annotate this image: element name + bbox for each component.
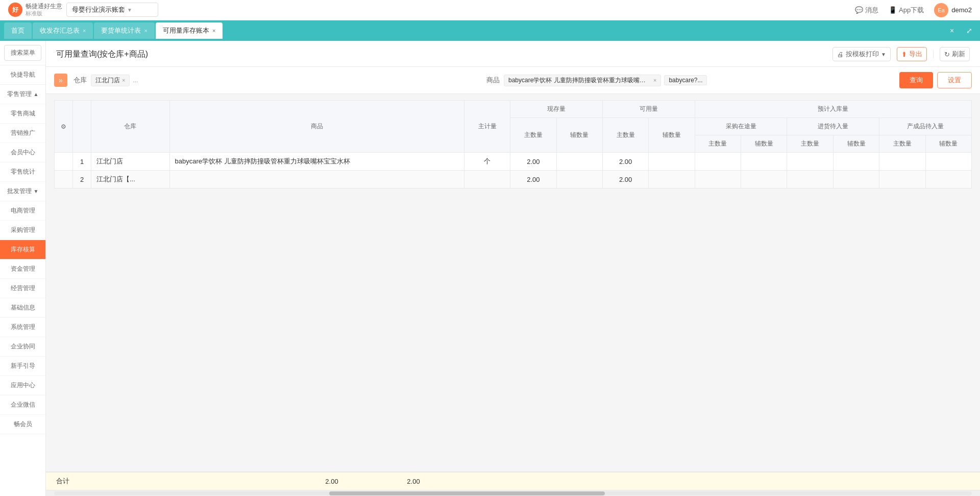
message-button[interactable]: 💬 消息 [855, 6, 878, 15]
app-download-button[interactable]: 📱 App下载 [889, 6, 924, 15]
sidebar-marketing-label: 营销推广 [11, 129, 35, 137]
page-header-actions: 🖨 按模板打印 ▼ ⬆ 导出 ↻ 刷新 [832, 47, 970, 61]
row-goods-pending-main-1 [787, 153, 833, 171]
sidebar: 搜索菜单 快捷导航 零售管理 ▲ 零售商城 营销推广 会员中心 零售统计 批发管… [0, 41, 46, 496]
content-area: 可用量查询(按仓库+商品) 🖨 按模板打印 ▼ ⬆ 导出 ↻ 刷新 [46, 41, 980, 496]
th-rownum [73, 101, 91, 153]
footer-avail-main: 2.00 [393, 478, 434, 485]
table-footer: 合计 2.00 2.00 [46, 471, 980, 490]
row-current-aux-1 [556, 153, 602, 171]
query-button[interactable]: 查询 [899, 72, 933, 88]
sidebar-item-enterprise-wechat[interactable]: 企业微信 [0, 395, 45, 415]
tab-home[interactable]: 首页 [4, 22, 32, 39]
sidebar-item-new-guide[interactable]: 新手引导 [0, 357, 45, 376]
warehouse-tag-close[interactable]: × [122, 77, 125, 83]
sidebar-wechat-label: 企业微信 [11, 400, 35, 409]
row2-settings-icon[interactable] [55, 171, 73, 188]
th-current-main-qty: 主数量 [510, 118, 556, 153]
logo-app-name: 畅捷通好生意 [26, 3, 62, 10]
scroll-thumb[interactable] [329, 491, 604, 495]
sidebar-finance-label: 资金管理 [11, 265, 35, 273]
sidebar-ecommerce-label: 电商管理 [11, 206, 35, 215]
close-all-tabs-button[interactable]: × [945, 24, 959, 37]
tab-available-close[interactable]: × [212, 28, 215, 34]
logo-sub-name: 标准版 [26, 10, 62, 17]
product-tag-0-close[interactable]: × [653, 77, 656, 83]
industry-selector[interactable]: 母婴行业演示账套 ▼ [66, 3, 158, 17]
tab-receipt-summary[interactable]: 收发存汇总表 × [33, 22, 93, 39]
sidebar-item-finance-mgmt[interactable]: 资金管理 [0, 259, 45, 279]
sidebar-item-retail-stats[interactable]: 零售统计 [0, 162, 45, 182]
search-menu-button[interactable]: 搜索菜单 [4, 45, 41, 61]
tab-order-stats[interactable]: 要货单统计表 × [94, 22, 154, 39]
logo-icon: 好 [8, 3, 22, 17]
filter-expand-button[interactable]: » [54, 74, 67, 87]
sidebar-vip-label: 畅会员 [14, 420, 32, 429]
settings-button[interactable]: 设置 [937, 72, 972, 88]
row-warehouse-1: 江北门店 [91, 153, 170, 171]
sidebar-retail-mall-label: 零售商城 [11, 109, 35, 118]
row-main-unit-1: 个 [464, 153, 510, 171]
sidebar-item-marketing[interactable]: 营销推广 [0, 124, 45, 143]
filter-group-warehouse: 仓库 江北门店 × ... [74, 75, 480, 86]
footer-current-aux [352, 478, 393, 485]
sidebar-item-app-center[interactable]: 应用中心 [0, 376, 45, 395]
th-settings: ⚙ [55, 101, 73, 153]
row-prod-pending-main-1 [879, 153, 925, 171]
sidebar-operations-label: 经营管理 [11, 284, 35, 293]
sidebar-item-ecommerce-mgmt[interactable]: 电商管理 [0, 201, 45, 221]
filter-more-warehouses[interactable]: ... [133, 77, 138, 84]
sidebar-item-vip-member[interactable]: 畅会员 [0, 415, 45, 434]
tab-available-label: 可用量库存账本 [163, 26, 209, 35]
sidebar-item-member-center[interactable]: 会员中心 [0, 143, 45, 162]
chevron-down-icon: ▼ [127, 7, 132, 13]
row-goods-pending-main-2 [787, 171, 833, 188]
row-settings-icon[interactable] [55, 153, 73, 171]
row-product-2 [169, 171, 464, 188]
tab-available-stock[interactable]: 可用量库存账本 × [156, 22, 223, 39]
warehouse-tags: 江北门店 × ... [91, 75, 480, 86]
row-prod-pending-aux-1 [925, 153, 971, 171]
gear-icon[interactable]: ⚙ [61, 123, 66, 130]
chevron-down-icon2: ▼ [34, 188, 39, 194]
message-icon: 💬 [855, 6, 863, 14]
print-icon: 🖨 [837, 51, 844, 58]
th-produced-pending-aux: 辅数量 [925, 135, 971, 153]
sidebar-item-retail-mgmt[interactable]: 零售管理 ▲ [0, 85, 45, 104]
th-current-stock: 现存量 [510, 101, 603, 118]
warehouse-tag-text: 江北门店 [95, 76, 120, 85]
sidebar-app-center-label: 应用中心 [11, 381, 35, 390]
row-avail-aux-1 [649, 153, 695, 171]
sidebar-item-enterprise-collab[interactable]: 企业协同 [0, 337, 45, 357]
tab-receipt-close[interactable]: × [83, 28, 86, 34]
refresh-button[interactable]: ↻ 刷新 [940, 47, 970, 61]
sidebar-item-retail-mall[interactable]: 零售商城 [0, 104, 45, 124]
tab-order-close[interactable]: × [144, 28, 147, 34]
row-pur-transit-main-2 [695, 171, 741, 188]
sidebar-item-purchase-mgmt[interactable]: 采购管理 [0, 221, 45, 240]
row-goods-pending-aux-2 [833, 171, 879, 188]
quick-nav-button[interactable]: 快捷导航 [0, 67, 45, 82]
horizontal-scrollbar[interactable] [46, 490, 980, 496]
sidebar-item-wholesale-mgmt[interactable]: 批发管理 ▼ [0, 182, 45, 201]
scroll-track[interactable] [54, 491, 972, 495]
sidebar-item-basic-info[interactable]: 基础信息 [0, 298, 45, 318]
user-area[interactable]: Ea demo2 [934, 3, 972, 17]
row-pur-transit-aux-1 [741, 153, 787, 171]
template-print-label: 按模板打印 [846, 50, 879, 59]
export-button[interactable]: ⬆ 导出 [897, 47, 927, 61]
maximize-button[interactable]: ⤢ [963, 24, 976, 37]
sidebar-item-inventory-check[interactable]: 库存核算 [0, 240, 45, 259]
template-print-button[interactable]: 🖨 按模板打印 ▼ [832, 47, 891, 61]
sidebar-item-operations-mgmt[interactable]: 经营管理 [0, 279, 45, 298]
th-purchase-transit: 采购在途量 [695, 118, 787, 135]
data-table: ⚙ 仓库 商品 主计量 现存量 可用量 预计入库量 主数量 辅数量 主数量 [54, 100, 972, 188]
sidebar-item-system-mgmt[interactable]: 系统管理 [0, 318, 45, 337]
sidebar-basic-label: 基础信息 [11, 303, 35, 312]
table-wrapper: ⚙ 仓库 商品 主计量 现存量 可用量 预计入库量 主数量 辅数量 主数量 [46, 94, 980, 471]
row-avail-main-2: 2.00 [602, 171, 648, 188]
product-filter-label: 商品 [486, 76, 500, 85]
row-avail-main-1: 2.00 [602, 153, 648, 171]
dropdown-icon: ▼ [881, 52, 886, 57]
tab-order-label: 要货单统计表 [101, 26, 141, 35]
